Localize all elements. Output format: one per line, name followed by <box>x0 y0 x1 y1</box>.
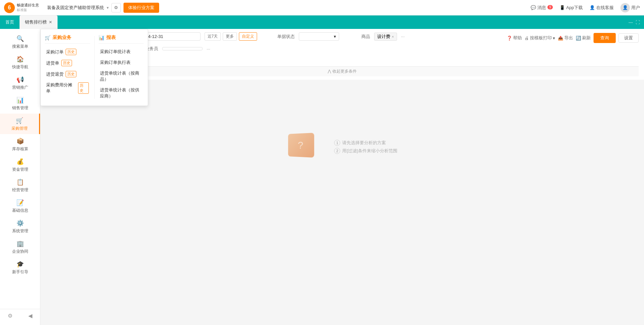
sidebar-settings-icon[interactable]: ⚙ <box>8 313 12 319</box>
collapse-up-icon: ⋀ <box>328 69 331 74</box>
sidebar-item-basic-info[interactable]: 📝 基础信息 <box>0 196 40 216</box>
hist-badge-expense: 历史 <box>78 82 89 94</box>
goods-tag-close[interactable]: × <box>392 35 394 39</box>
print-dropdown-icon: ▾ <box>553 36 555 41</box>
dropdown-col-purchase: 🛒 采购业务 采购订单 历史 进货单 历史 进货退货 历史 采购费用分摊单 <box>41 33 94 101</box>
sidebar-item-sales[interactable]: 📊 销售管理 <box>0 93 40 114</box>
hist-badge-return: 历史 <box>66 71 76 77</box>
sidebar-item-purchase[interactable]: 🛒 采购管理 <box>0 114 40 134</box>
dropdown-report-order-stat[interactable]: 采购订单统计表 <box>99 46 144 57</box>
marketing-icon: 📢 <box>16 76 24 83</box>
sidebar: 🔍 搜索菜单 🏠 快捷导航 📢 营销推广 📊 销售管理 🛒 采购管理 📦 库存核… <box>0 29 40 325</box>
minimize-icon[interactable]: — <box>629 20 633 25</box>
goods-label: 商品 <box>350 34 370 40</box>
enterprise-icon: 🏢 <box>16 240 24 247</box>
maximize-icon[interactable]: ⛶ <box>636 20 640 25</box>
empty-hint-2: 2 用[过滤]条件来缩小分析范围 <box>334 148 397 154</box>
set-button[interactable]: 设置 <box>618 33 639 43</box>
sidebar-item-search[interactable]: 🔍 搜索菜单 <box>0 32 40 52</box>
sidebar-bottom: ⚙ ◀ <box>0 309 40 322</box>
action-buttons: ❓ 帮助 🖨 按模板打印 ▾ 📤 导出 🔄 刷新 查询 设置 <box>507 33 639 43</box>
message-badge: 9 <box>547 5 553 9</box>
preset-7days[interactable]: 近7天 <box>205 32 221 41</box>
query-button[interactable]: 查询 <box>594 33 616 43</box>
home-icon: 🏠 <box>16 55 24 63</box>
dropdown-report-inbound-supplier[interactable]: 进货单统计表（按供应商） <box>99 85 144 101</box>
service-icon: 👤 <box>589 5 595 10</box>
mobile-icon: 📱 <box>560 5 565 10</box>
preset-more[interactable]: 更多 <box>223 32 237 41</box>
dropdown-report-inbound-goods[interactable]: 进货单统计表（按商品） <box>99 68 144 85</box>
preset-custom[interactable]: 自定义 <box>239 32 257 41</box>
sidebar-item-marketing[interactable]: 📢 营销推广 <box>0 73 40 93</box>
sidebar-item-enterprise[interactable]: 🏢 企业协同 <box>0 237 40 257</box>
sales-icon: 📊 <box>16 96 24 104</box>
voucher-status-label: 单据状态 <box>275 34 295 40</box>
online-service-button[interactable]: 👤 在线客服 <box>589 5 614 11</box>
hint-num-2: 2 <box>334 148 340 154</box>
goods-filter-tag: 设计费 × <box>374 33 397 41</box>
basic-info-icon: 📝 <box>16 199 24 206</box>
app-download-button[interactable]: 📱 App下载 <box>560 5 583 11</box>
tab-sales-rank[interactable]: 销售排行榜 ✕ <box>20 15 58 29</box>
dropdown-report-icon: 📊 <box>99 35 104 40</box>
message-button[interactable]: 💬 消息 9 <box>531 5 553 11</box>
operations-icon: 📋 <box>16 178 24 186</box>
salesperson-select[interactable] <box>162 47 203 50</box>
refresh-icon: 🔄 <box>576 36 581 41</box>
sidebar-item-capital[interactable]: 💰 资金管理 <box>0 155 40 175</box>
empty-icon-shape <box>288 133 314 158</box>
dropdown-purchase-icon: 🛒 <box>45 35 50 40</box>
salesperson-ellipsis[interactable]: ··· <box>207 46 210 51</box>
user-avatar: 👤 <box>620 3 630 12</box>
logo-sub: 标准版 <box>17 8 39 12</box>
print-button[interactable]: 🖨 按模板打印 ▾ <box>525 35 555 41</box>
refresh-button[interactable]: 🔄 刷新 <box>576 35 591 41</box>
empty-hint-1: 1 请先选择要分析的方案 <box>334 140 397 146</box>
purchase-dropdown-menu: 🛒 采购业务 采购订单 历史 进货单 历史 进货退货 历史 采购费用分摊单 <box>40 29 148 106</box>
beginner-icon: 🎓 <box>16 260 24 268</box>
export-button[interactable]: 📤 导出 <box>558 35 573 41</box>
tab-bar: 首页 销售排行榜 ✕ — ⛶ <box>0 15 644 29</box>
window-controls: — ⛶ <box>624 20 644 25</box>
hist-badge-purchase-order: 历史 <box>66 49 76 55</box>
sidebar-item-inventory[interactable]: 📦 库存核算 <box>0 134 40 155</box>
print-icon: 🖨 <box>525 36 529 41</box>
dropdown-report-order-exec[interactable]: 采购订单执行表 <box>99 57 144 68</box>
dropdown-purchase-title: 🛒 采购业务 <box>45 33 90 44</box>
hint-num-1: 1 <box>334 140 340 146</box>
tab-home[interactable]: 首页 <box>0 15 20 29</box>
title-dropdown-arrow[interactable]: ▾ <box>107 5 109 10</box>
dropdown-purchase-inbound[interactable]: 进货单 历史 <box>45 57 90 69</box>
capital-icon: 💰 <box>16 158 24 165</box>
voucher-status-select[interactable]: ▾ <box>299 32 339 41</box>
dropdown-purchase-expense[interactable]: 采购费用分摊单 历史 <box>45 80 90 96</box>
goods-more-ellipsis[interactable]: ··· <box>401 34 405 39</box>
tab-close-icon[interactable]: ✕ <box>49 20 52 25</box>
sidebar-item-operations[interactable]: 📋 经营管理 <box>0 175 40 196</box>
user-button[interactable]: 👤 用户 <box>620 3 640 12</box>
empty-icon <box>287 133 321 160</box>
dropdown-report-title: 📊 报表 <box>99 33 144 44</box>
settings-button[interactable]: ⚙ <box>111 3 121 12</box>
inventory-icon: 📦 <box>16 137 24 145</box>
help-button[interactable]: ❓ 帮助 <box>507 35 522 41</box>
sidebar-item-system[interactable]: ⚙️ 系统管理 <box>0 216 40 237</box>
logo-area: 6 畅捷通好生意 标准版 <box>4 2 44 13</box>
logo-text: 畅捷通好生意 <box>17 3 39 7</box>
header-right: 💬 消息 9 📱 App下载 👤 在线客服 👤 用户 <box>531 3 640 12</box>
empty-hints: 1 请先选择要分析的方案 2 用[过滤]条件来缩小分析范围 <box>334 140 397 154</box>
sidebar-collapse-icon[interactable]: ◀ <box>28 313 32 319</box>
dropdown-purchase-order[interactable]: 采购订单 历史 <box>45 46 90 57</box>
main-layout: 🔍 搜索菜单 🏠 快捷导航 📢 营销推广 📊 销售管理 🛒 采购管理 📦 库存核… <box>0 29 644 325</box>
purchase-icon: 🛒 <box>16 117 23 124</box>
sidebar-item-quick-nav[interactable]: 🏠 快捷导航 <box>0 52 40 73</box>
content-area: 🛒 采购业务 采购订单 历史 进货单 历史 进货退货 历史 采购费用分摊单 <box>40 29 644 325</box>
date-presets: 近7天 更多 自定义 <box>205 32 257 41</box>
sidebar-item-beginner[interactable]: 🎓 新手引导 <box>0 257 40 278</box>
logo-icon: 6 <box>4 2 15 13</box>
hist-badge-inbound: 历史 <box>61 60 72 66</box>
dropdown-purchase-return[interactable]: 进货退货 历史 <box>45 69 90 80</box>
industry-button[interactable]: 体验行业方案 <box>123 3 159 13</box>
dropdown-col-report: 📊 报表 采购订单统计表 采购订单执行表 进货单统计表（按商品） 进货单统计表（… <box>95 33 148 101</box>
